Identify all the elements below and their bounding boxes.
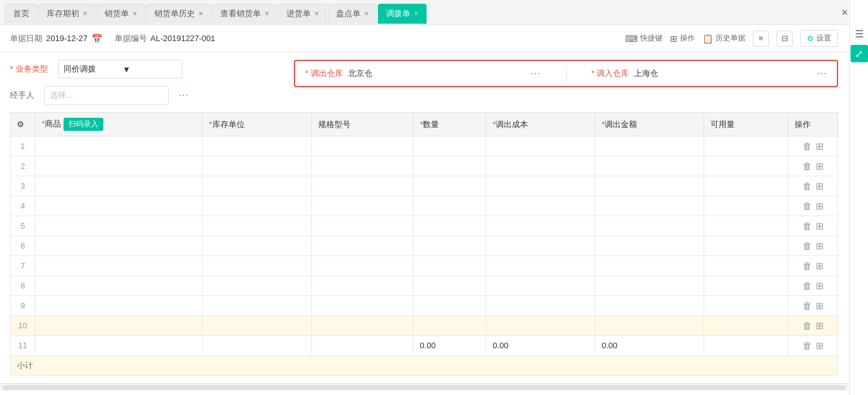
th-settings[interactable]: ⚙ [11, 113, 35, 136]
delete-icon-5[interactable]: 🗑 [803, 221, 812, 231]
cell-product-6[interactable] [35, 236, 202, 256]
operations-btn[interactable]: ⊞ 操作 [670, 33, 695, 44]
cell-unit-10[interactable] [202, 316, 311, 336]
cell-product-3[interactable] [35, 176, 202, 196]
sidebar-expand-icon[interactable]: ⤢ [851, 45, 868, 62]
handler-select[interactable]: 选择... [44, 86, 169, 105]
cell-product-9[interactable] [35, 296, 202, 316]
cell-cost-2[interactable] [486, 156, 595, 176]
delete-icon-1[interactable]: 🗑 [803, 141, 812, 151]
list-view-btn[interactable]: ≡ [753, 31, 769, 47]
cell-amount-7[interactable] [595, 256, 704, 276]
delete-icon-4[interactable]: 🗑 [803, 201, 812, 211]
cell-amount-8[interactable] [595, 276, 704, 296]
tab-purchase-close[interactable]: × [314, 9, 319, 18]
cell-amount-2[interactable] [595, 156, 704, 176]
tab-initial-stock[interactable]: 库存期初 × [39, 4, 95, 24]
copy-icon-4[interactable]: ⊞ [816, 201, 824, 212]
grid-view-btn[interactable]: ⊟ [776, 31, 793, 47]
cell-qty-4[interactable] [413, 196, 486, 216]
tab-view-sales[interactable]: 查看销货单 × [212, 4, 277, 24]
copy-icon-7[interactable]: ⊞ [816, 260, 824, 272]
cell-cost-7[interactable] [486, 256, 595, 276]
cell-spec-4[interactable] [311, 196, 413, 216]
cell-cost-1[interactable] [486, 136, 595, 156]
copy-icon-10[interactable]: ⊞ [816, 320, 824, 331]
warehouse-out-more-btn[interactable]: ··· [531, 68, 540, 79]
scrollbar-area[interactable] [0, 383, 848, 391]
cell-product-5[interactable] [35, 216, 202, 236]
cell-spec-6[interactable] [311, 236, 413, 256]
cell-spec-7[interactable] [311, 256, 413, 276]
cell-spec-3[interactable] [311, 176, 413, 196]
cell-cost-6[interactable] [486, 236, 595, 256]
cell-qty-1[interactable] [413, 136, 486, 156]
delete-icon-9[interactable]: 🗑 [803, 300, 812, 311]
cell-cost-5[interactable] [486, 216, 595, 236]
cell-unit-6[interactable] [202, 236, 311, 256]
cell-amount-1[interactable] [595, 136, 704, 156]
cell-qty-5[interactable] [413, 216, 486, 236]
window-close-btn[interactable]: × [841, 6, 848, 19]
tab-sales-history-close[interactable]: × [199, 9, 203, 18]
copy-icon-6[interactable]: ⊞ [816, 240, 824, 252]
shortcut-btn[interactable]: ⌨ 快捷键 [625, 33, 663, 44]
delete-icon-7[interactable]: 🗑 [803, 260, 812, 271]
cell-amount-10[interactable] [595, 316, 704, 336]
cell-unit-5[interactable] [202, 216, 311, 236]
cell-spec-10[interactable] [311, 316, 413, 336]
business-type-select[interactable]: 同价调拨 ▼ [58, 60, 182, 79]
cell-qty-10[interactable] [413, 316, 486, 336]
copy-icon-1[interactable]: ⊞ [816, 141, 824, 152]
tab-sales-order[interactable]: 销货单 × [97, 4, 145, 24]
history-btn[interactable]: 📋 历史单据 [702, 33, 745, 44]
cell-qty-6[interactable] [413, 236, 486, 256]
cell-unit-1[interactable] [202, 136, 311, 156]
cell-qty-3[interactable] [413, 176, 486, 196]
delete-icon-3[interactable]: 🗑 [803, 181, 812, 191]
cell-product-2[interactable] [35, 156, 202, 176]
cell-cost-9[interactable] [486, 296, 595, 316]
delete-icon-8[interactable]: 🗑 [803, 280, 812, 291]
cell-product-8[interactable] [35, 276, 202, 296]
tab-inventory-close[interactable]: × [364, 9, 369, 18]
cell-amount-4[interactable] [595, 196, 704, 216]
tab-purchase[interactable]: 进货单 × [278, 4, 327, 24]
cell-unit-4[interactable] [202, 196, 311, 216]
cell-unit-8[interactable] [202, 276, 311, 296]
tab-initial-stock-close[interactable]: × [83, 9, 87, 18]
cell-unit-3[interactable] [202, 176, 311, 196]
tab-inventory[interactable]: 盘点单 × [328, 4, 377, 24]
cell-product-1[interactable] [35, 136, 202, 156]
delete-icon-2[interactable]: 🗑 [803, 161, 812, 171]
cell-qty-2[interactable] [413, 156, 486, 176]
tab-home[interactable]: 首页 [5, 4, 37, 24]
cell-amount-5[interactable] [595, 216, 704, 236]
tab-transfer-close[interactable]: × [414, 9, 418, 18]
cell-cost-8[interactable] [486, 276, 595, 296]
cell-cost-4[interactable] [486, 196, 595, 216]
tab-sales-history[interactable]: 销货单历史 × [146, 4, 211, 24]
settings-button[interactable]: ⚙ 设置 [800, 30, 838, 47]
subtotal-delete-icon[interactable]: 🗑 [803, 340, 812, 351]
cell-product-4[interactable] [35, 196, 202, 216]
cell-cost-10[interactable] [486, 316, 595, 336]
cell-spec-2[interactable] [311, 156, 413, 176]
warehouse-in-more-btn[interactable]: ··· [817, 68, 827, 79]
cell-amount-9[interactable] [595, 296, 704, 316]
calendar-icon[interactable]: 📅 [92, 34, 102, 44]
delete-icon-10[interactable]: 🗑 [803, 320, 812, 331]
cell-spec-5[interactable] [311, 216, 413, 236]
cell-spec-9[interactable] [311, 296, 413, 316]
cell-cost-3[interactable] [486, 176, 595, 196]
cell-qty-9[interactable] [413, 296, 486, 316]
cell-spec-1[interactable] [311, 136, 413, 156]
tab-transfer[interactable]: 调拨单 × [378, 4, 427, 24]
cell-spec-8[interactable] [311, 276, 413, 296]
copy-icon-2[interactable]: ⊞ [816, 161, 824, 172]
cell-qty-7[interactable] [413, 256, 486, 276]
cell-unit-2[interactable] [202, 156, 311, 176]
copy-icon-9[interactable]: ⊞ [816, 300, 824, 312]
scan-btn[interactable]: 扫码录入 [64, 118, 103, 131]
copy-icon-3[interactable]: ⊞ [816, 181, 824, 192]
